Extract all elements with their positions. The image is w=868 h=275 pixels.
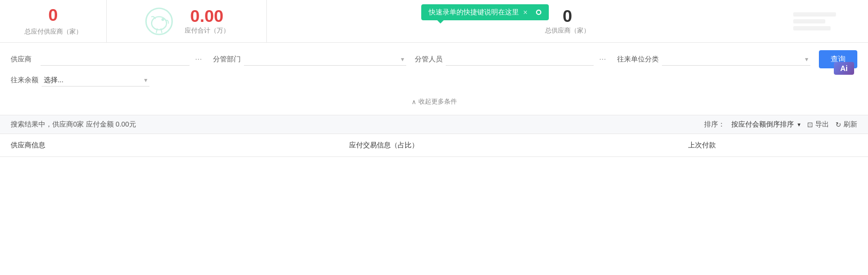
unit-label: 往来单位分类 — [617, 54, 659, 64]
col-header-lastpay: 上次付款 — [688, 140, 857, 150]
dept-select[interactable] — [244, 53, 407, 65]
filter-balance: 往来余额 选择... ▾ — [11, 74, 149, 87]
refresh-icon: ↻ — [835, 121, 841, 129]
ai-badge[interactable]: Ai — [834, 62, 854, 75]
table-header: 供应商信息 应付交易信息（占比） 上次付款 — [0, 134, 868, 157]
collapse-row: ∧ 收起更多条件 — [11, 92, 857, 111]
results-bar: 搜索结果中，供应商0家 应付金额 0.00元 排序： 按应付会额倒序排序 ▾ ⊡… — [0, 115, 868, 134]
supplier-input[interactable] — [41, 53, 190, 66]
person-input-wrap — [446, 53, 594, 66]
unit-select[interactable] — [662, 53, 811, 65]
balance-label: 往来余额 — [11, 75, 38, 85]
results-actions: 排序： 按应付会额倒序排序 ▾ ⊡ 导出 ↻ 刷新 — [704, 120, 857, 129]
unit-select-wrap: ▾ — [662, 53, 811, 66]
stats-bar: 0 总应付供应商（家） 0.00 应付合计（万） 快速录单的快捷键说明在这里 × — [0, 0, 868, 43]
sort-chevron-icon: ▾ — [798, 121, 801, 128]
balance-select[interactable]: 选择... — [42, 74, 149, 86]
stat-number-payable-total: 0.00 — [190, 6, 223, 26]
refresh-button[interactable]: ↻ 刷新 — [835, 120, 857, 129]
filter-unit: 往来单位分类 ▾ — [617, 53, 811, 66]
filter-bar: 供应商 ··· 分管部门 ▾ 分管人员 ··· 往 — [0, 43, 868, 115]
collapse-button[interactable]: ∧ 收起更多条件 — [403, 95, 465, 108]
dept-select-wrap: ▾ — [244, 53, 407, 66]
stat-total-payable-suppliers: 0 总应付供应商（家） — [0, 0, 107, 42]
collapse-label: 收起更多条件 — [419, 97, 457, 106]
export-icon: ⊡ — [807, 121, 813, 129]
sort-value: 按应付会额倒序排序 — [731, 120, 794, 129]
stat-icon-area: 0.00 应付合计（万） — [107, 0, 267, 42]
supplier-input-wrap — [41, 53, 190, 66]
col-header-transaction: 应付交易信息（占比） — [349, 140, 688, 150]
stat-label-payable-total: 应付合计（万） — [185, 27, 230, 34]
col-header-supplier: 供应商信息 — [11, 140, 349, 150]
content-area — [0, 157, 868, 264]
filter-row-2: 往来余额 选择... ▾ — [11, 74, 857, 87]
filter-dept: 分管部门 ▾ — [213, 53, 407, 66]
sort-label: 排序： — [704, 120, 725, 129]
stat-total-suppliers: 0 总供应商（家） — [267, 0, 868, 42]
chevron-up-icon: ∧ — [412, 98, 416, 106]
person-label: 分管人员 — [415, 54, 443, 64]
dept-label: 分管部门 — [213, 54, 241, 64]
supplier-label: 供应商 — [11, 54, 37, 64]
stat-label-payable-suppliers: 总应付供应商（家） — [25, 27, 82, 36]
stat-number-payable-suppliers: 0 — [49, 6, 58, 25]
filter-person: 分管人员 ··· — [415, 53, 609, 66]
balance-select-wrap: 选择... ▾ — [42, 74, 149, 87]
supplier-dots-button[interactable]: ··· — [193, 54, 204, 64]
person-dots-button[interactable]: ··· — [597, 54, 608, 64]
export-button[interactable]: ⊡ 导出 — [807, 120, 829, 129]
stat-label-total-suppliers: 总供应商（家） — [545, 27, 590, 34]
svg-point-1 — [152, 17, 167, 30]
stat-number-total-suppliers: 0 — [563, 6, 572, 26]
svg-point-3 — [162, 18, 163, 20]
filter-supplier: 供应商 ··· — [11, 53, 204, 66]
results-info: 搜索结果中，供应商0家 应付金额 0.00元 — [11, 120, 136, 129]
filter-row-1: 供应商 ··· 分管部门 ▾ 分管人员 ··· 往 — [11, 50, 857, 68]
person-input[interactable] — [446, 53, 594, 66]
sort-select[interactable]: 按应付会额倒序排序 ▾ — [731, 120, 801, 129]
piggy-icon — [144, 6, 174, 36]
bg-decoration — [793, 12, 836, 30]
